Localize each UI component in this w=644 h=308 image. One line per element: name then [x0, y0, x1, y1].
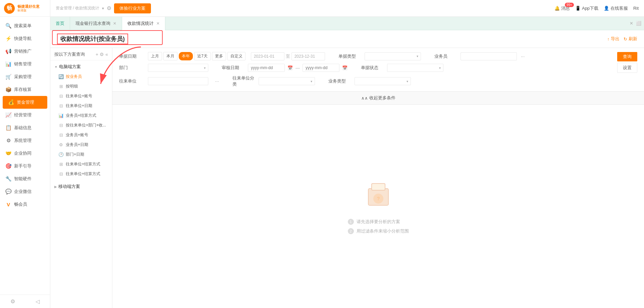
sidebar-item-business[interactable]: 📈 经营管理 [0, 109, 50, 121]
scheme-unit-dept-recv[interactable]: ⊟ 按往来单位+部门+收... [50, 120, 112, 130]
audit-date-to[interactable] [303, 64, 339, 72]
trial-button[interactable]: 体验行业方案 [114, 3, 151, 13]
message-btn[interactable]: 🔔 消息 99+ [554, 5, 570, 11]
member-icon: V [5, 201, 11, 207]
left-panel-header: 按以下方案查询 + ⚙ « [50, 48, 112, 60]
sidebar-item-search[interactable]: 🔍 搜索菜单 [0, 19, 50, 32]
date-btn-this-year[interactable]: 本年 [179, 52, 193, 60]
counterpart-cat-select-wrapper: ▾ [259, 77, 315, 85]
add-scheme-btn[interactable]: + [96, 52, 98, 57]
scheme-unit-settle1[interactable]: ⊞ 往来单位+结算方式 [50, 159, 112, 169]
filter-settings-button[interactable]: 设置 [617, 63, 637, 73]
bell-icon: 🔔 [554, 6, 560, 11]
sidebar-item-quicknav[interactable]: ⚡ 快捷导航 [0, 32, 50, 45]
scheme-by-detail[interactable]: ⊞ 按明细 [50, 82, 112, 91]
empty-tip-1: 1 请先选择要分析的方案 [348, 219, 409, 225]
sidebar-item-marketing[interactable]: 📢 营销推广 [0, 45, 50, 58]
sidebar-item-basic[interactable]: 📋 基础信息 [0, 121, 50, 134]
sidebar-item-wechat[interactable]: 💬 企业微信 [0, 185, 50, 198]
tab-receipt-close[interactable]: ✕ [156, 21, 160, 26]
dept-label: 部门 [119, 65, 143, 71]
topbar-dropdown-icon[interactable]: ▾ [102, 6, 104, 11]
user-btn[interactable]: Rit [633, 6, 639, 11]
sidebar: 畅 畅捷通好生意 标准版 🔍 搜索菜单 ⚡ 快捷导航 📢 营销推广 📊 销售管理… [0, 0, 50, 308]
collapse-panel-btn[interactable]: « [105, 52, 108, 57]
tab-bank-close[interactable]: ✕ [113, 21, 116, 26]
export-btn[interactable]: ↑ 导出 [607, 36, 620, 42]
mobile-section-title[interactable]: ▶ 移动端方案 [50, 182, 112, 192]
scheme-icon-sales-date: ⚙ [58, 142, 64, 148]
date-btn-this-month[interactable]: 本月 [163, 52, 177, 60]
scheme-unit-account[interactable]: ⊟ 往来单位+账号 [50, 91, 112, 101]
docstatus-input[interactable] [387, 64, 443, 72]
date-separator: 至 [286, 53, 290, 59]
guide-icon: 🎯 [5, 163, 11, 169]
sidebar-item-inventory[interactable]: 📦 库存核算 [0, 83, 50, 96]
date-to-input[interactable] [291, 52, 325, 60]
sidebar-item-enterprise[interactable]: 🤝 企业协同 [0, 147, 50, 160]
window-maximize-icon[interactable]: ⬜ [636, 21, 641, 26]
doctype-select-wrapper: ▾ [365, 52, 421, 60]
counterpart-more-icon[interactable]: ··· [215, 79, 219, 84]
enterprise-icon: 🤝 [5, 150, 11, 156]
audit-date-cal-icon: 📅 [287, 65, 293, 70]
sidebar-item-hardware[interactable]: 🔧 智能硬件 [0, 172, 50, 185]
online-service-btn[interactable]: 👤 在线客服 [604, 5, 628, 11]
filter-area: 单据日期 上月 本月 本年 近7天 更多 自定义 至 [112, 48, 644, 92]
desktop-section: ▼ 电脑端方案 🔄 按业务员 ⊞ 按明细 ⊟ 往来单位+账号 ⊟ 往来单位 [50, 60, 112, 180]
date-label: 单据日期 [119, 53, 143, 59]
inventory-icon: 📦 [5, 87, 11, 93]
scheme-dept-date[interactable]: 🕐 部门+日期 [50, 150, 112, 159]
date-from-input[interactable] [251, 52, 284, 60]
app-download-btn[interactable]: 📱 App下载 [575, 5, 598, 11]
sidebar-item-guide[interactable]: 🎯 新手引导 [0, 160, 50, 172]
audit-date-from[interactable] [248, 64, 285, 72]
salesperson-input[interactable] [461, 52, 517, 60]
doctype-input[interactable] [365, 52, 421, 60]
scheme-unit-date[interactable]: ⊟ 往来单位+日期 [50, 101, 112, 111]
scheme-by-salesperson[interactable]: 🔄 按业务员 [50, 72, 112, 82]
empty-tip-2: 2 用过滤条件来缩小分析范围 [348, 228, 409, 234]
collapse-footer-btn[interactable]: ◁ [36, 298, 40, 305]
collapse-filters-btn[interactable]: ∧∧ 收起更多条件 [361, 95, 395, 101]
sidebar-item-finance[interactable]: 💰 资金管理 [3, 96, 47, 109]
filter-row-1: 单据日期 上月 本月 本年 近7天 更多 自定义 至 [119, 52, 612, 60]
dept-input[interactable] [148, 64, 208, 72]
counterpart-input[interactable] [148, 77, 208, 85]
query-buttons: 查询 设置 [617, 52, 637, 73]
tab-bank[interactable]: 现金银行流水查询 ✕ [70, 17, 122, 30]
refresh-btn[interactable]: ↻ 刷新 [624, 36, 637, 42]
sidebar-item-purchase[interactable]: 🛒 采购管理 [0, 70, 50, 83]
basic-icon: 📋 [5, 125, 11, 131]
biztype-input[interactable] [355, 77, 411, 85]
desktop-section-title[interactable]: ▼ 电脑端方案 [50, 62, 112, 72]
page-title: 收款情况统计(按业务员) [57, 34, 128, 44]
filter-row-3: 往来单位 ··· 往来单位分类 ▾ 业务类型 [119, 75, 612, 87]
tab-home[interactable]: 首页 [50, 17, 70, 30]
topbar-right: 🔔 消息 99+ 📱 App下载 👤 在线客服 Rit [554, 5, 639, 11]
counterpart-cat-input[interactable] [259, 77, 315, 85]
scheme-unit-settle2[interactable]: ⊟ 往来单位+结算方式 [50, 169, 112, 179]
date-btn-prev-month[interactable]: 上月 [148, 52, 162, 60]
query-button[interactable]: 查询 [617, 52, 637, 61]
tab-receipt[interactable]: 收款情况统计 ✕ [122, 17, 165, 30]
window-close-icon[interactable]: ✕ [630, 21, 633, 26]
scheme-sales-date[interactable]: ⚙ 业务员+日期 [50, 140, 112, 150]
settings-footer-btn[interactable]: ⚙ [10, 298, 15, 305]
scheme-icon-unit-date: ⊟ [58, 103, 64, 109]
date-btn-more[interactable]: 更多 [212, 52, 226, 60]
topbar-settings-icon[interactable]: ⚙ [107, 5, 111, 11]
scheme-sales-account[interactable]: ⊟ 业务员+账号 [50, 130, 112, 140]
app-logo: 畅 畅捷通好生意 标准版 [0, 0, 50, 17]
sidebar-item-sales[interactable]: 📊 销售管理 [0, 58, 50, 70]
scheme-settings-btn[interactable]: ⚙ [100, 52, 104, 57]
logo-icon: 畅 [4, 3, 15, 14]
sidebar-item-member[interactable]: V 畅会员 [0, 198, 50, 211]
scheme-sales-settle[interactable]: 📊 业务员+结算方式 [50, 111, 112, 120]
filter-collapse-bar: ∧∧ 收起更多条件 [112, 92, 644, 105]
date-btn-custom[interactable]: 自定义 [227, 52, 246, 60]
main-area: 资金管理 / 收款情况统计 ▾ ⚙ 体验行业方案 🔔 消息 99+ 📱 App下… [50, 0, 644, 308]
salesperson-more-icon[interactable]: ··· [521, 54, 525, 59]
date-btn-7days[interactable]: 近7天 [194, 52, 211, 60]
sidebar-item-system[interactable]: ⚙ 系统管理 [0, 134, 50, 147]
